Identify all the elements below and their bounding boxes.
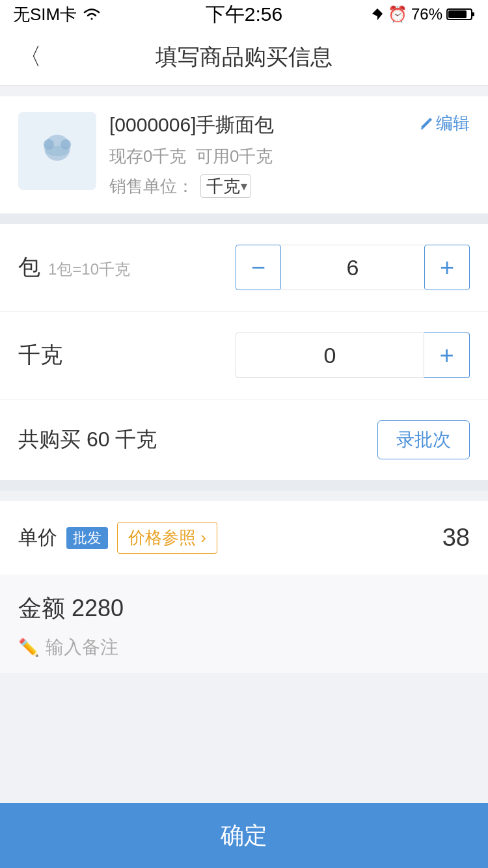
kg-qty-section: 千克 + bbox=[0, 312, 488, 399]
kg-plus-button[interactable]: + bbox=[424, 332, 470, 378]
product-info: [0000006]手撕面包 现存0千克 可用0千克 销售单位： 千克 包 bbox=[109, 112, 470, 198]
edit-icon bbox=[419, 116, 433, 131]
price-ref-button[interactable]: 价格参照 › bbox=[117, 522, 217, 554]
package-qty-section: 包 1包=10千克 − + bbox=[0, 224, 488, 311]
divider-1 bbox=[0, 213, 488, 224]
pencil-icon: ✏️ bbox=[18, 638, 39, 658]
product-name: [0000006]手撕面包 bbox=[109, 112, 470, 139]
product-unit-row: 销售单位： 千克 包 bbox=[109, 174, 470, 198]
product-card: [0000006]手撕面包 现存0千克 可用0千克 销售单位： 千克 包 编辑 bbox=[0, 96, 488, 213]
svg-point-6 bbox=[46, 146, 69, 156]
note-row[interactable]: ✏️ 输入备注 bbox=[18, 635, 470, 660]
status-time: 下午2:56 bbox=[206, 1, 282, 28]
unit-select-wrap[interactable]: 千克 包 bbox=[200, 174, 251, 198]
package-qty-controls: − + bbox=[236, 245, 470, 290]
package-qty-input[interactable] bbox=[281, 245, 424, 290]
total-text: 共购买 60 千克 bbox=[18, 426, 157, 454]
batch-tag: 批发 bbox=[66, 527, 108, 549]
unit-select[interactable]: 千克 包 bbox=[200, 174, 251, 198]
alarm-icon: ⏰ bbox=[388, 5, 407, 23]
status-right: ⏰ 76% bbox=[371, 5, 475, 23]
location-icon bbox=[371, 7, 384, 21]
kg-qty-input[interactable] bbox=[236, 332, 424, 378]
price-value: 38 bbox=[442, 524, 470, 552]
package-minus-button[interactable]: − bbox=[236, 245, 281, 290]
confirm-bar[interactable]: 确定 bbox=[0, 803, 488, 868]
product-thumbnail bbox=[18, 112, 96, 190]
wifi-icon bbox=[82, 7, 102, 21]
edit-button[interactable]: 编辑 bbox=[419, 112, 470, 135]
product-stock: 现存0千克 可用0千克 bbox=[109, 145, 470, 168]
carrier-text: 无SIM卡 bbox=[13, 3, 77, 26]
battery-icon bbox=[446, 7, 475, 21]
package-plus-button[interactable]: + bbox=[424, 245, 470, 290]
confirm-button[interactable]: 确定 bbox=[221, 820, 267, 852]
divider-3 bbox=[0, 480, 488, 491]
note-placeholder[interactable]: 输入备注 bbox=[46, 635, 118, 660]
package-label: 包 1包=10千克 bbox=[18, 252, 130, 282]
svg-rect-2 bbox=[448, 10, 467, 18]
kg-label: 千克 bbox=[18, 340, 62, 370]
batch-button[interactable]: 录批次 bbox=[377, 420, 470, 459]
price-section: 单价 批发 价格参照 › 38 bbox=[0, 501, 488, 575]
total-section: 共购买 60 千克 录批次 bbox=[0, 399, 488, 480]
amount-row: 金额 2280 bbox=[18, 593, 470, 625]
price-left: 单价 批发 价格参照 › bbox=[18, 522, 217, 554]
battery-text: 76% bbox=[411, 5, 442, 23]
status-carrier: 无SIM卡 bbox=[13, 3, 102, 26]
kg-qty-controls: + bbox=[236, 332, 470, 378]
nav-bar: 〈 填写商品购买信息 bbox=[0, 29, 488, 86]
page-title: 填写商品购买信息 bbox=[156, 42, 332, 72]
amount-section: 金额 2280 ✏️ 输入备注 bbox=[0, 575, 488, 673]
svg-rect-1 bbox=[472, 12, 474, 16]
back-button[interactable]: 〈 bbox=[18, 41, 42, 73]
status-bar: 无SIM卡 下午2:56 ⏰ 76% bbox=[0, 0, 488, 29]
